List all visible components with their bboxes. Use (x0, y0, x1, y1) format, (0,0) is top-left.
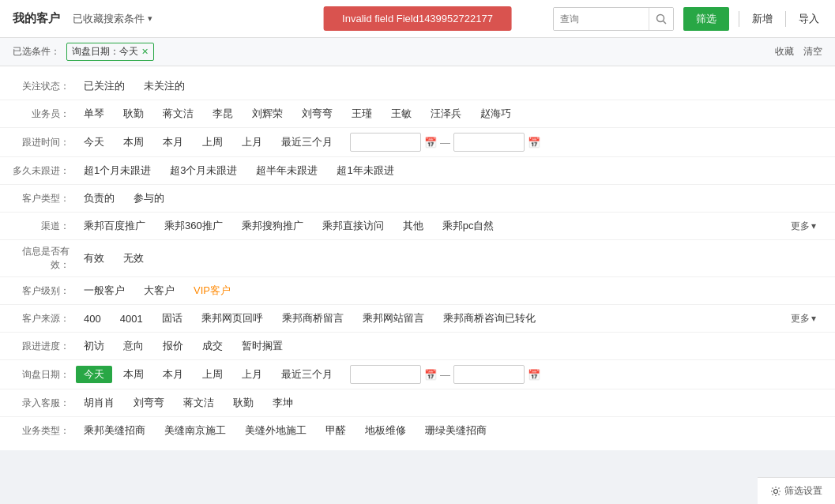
more-options-button[interactable]: 更多 ▾ (791, 220, 822, 233)
save-filter-btn[interactable]: 收藏 (775, 45, 794, 58)
option-item[interactable]: 蒋文洁 (155, 105, 201, 122)
option-item[interactable]: 乘邦360推广 (156, 217, 231, 235)
option-item[interactable]: 上月 (234, 134, 270, 151)
option-item[interactable]: 本月 (155, 366, 191, 383)
option-item[interactable]: 赵海巧 (472, 105, 519, 122)
option-item[interactable]: 刘弯弯 (126, 394, 172, 412)
option-item[interactable]: 王敏 (383, 105, 419, 122)
option-item[interactable]: 胡肖肖 (76, 394, 122, 412)
row-label: 跟进进度： (13, 340, 76, 353)
option-item[interactable]: 上周 (194, 134, 231, 151)
search-button[interactable] (649, 8, 673, 30)
option-item[interactable]: 单琴 (76, 105, 112, 122)
option-item[interactable]: 甲醛 (318, 422, 354, 439)
option-item[interactable]: 乘邦商桥留言 (274, 310, 352, 327)
row-options: 今天本周本月上周上月最近三个月📅—📅 (76, 365, 822, 384)
option-item[interactable]: 有效 (76, 250, 112, 267)
date-from-input[interactable] (350, 133, 421, 152)
filter-button[interactable]: 筛选 (683, 7, 729, 31)
import-button[interactable]: 导入 (796, 12, 822, 26)
option-item[interactable]: 报价 (155, 337, 191, 355)
option-item[interactable]: 最近三个月 (273, 366, 340, 383)
calendar-icon-end[interactable]: 📅 (528, 137, 540, 149)
option-item[interactable]: 参与的 (126, 190, 172, 207)
option-item[interactable]: 负责的 (76, 190, 122, 207)
option-item[interactable]: 固话 (154, 310, 190, 327)
date-from-input[interactable] (350, 365, 421, 384)
option-item[interactable]: 无效 (115, 250, 152, 267)
row-options: 胡肖肖刘弯弯蒋文洁耿勤李坤 (76, 394, 822, 412)
option-item[interactable]: 李昆 (205, 105, 241, 122)
option-item[interactable]: 本月 (155, 134, 191, 151)
date-to-input[interactable] (453, 365, 525, 384)
date-to-input[interactable] (453, 133, 525, 152)
more-options-button[interactable]: 更多 ▾ (791, 312, 822, 325)
calendar-icon[interactable]: 📅 (424, 369, 437, 381)
option-item[interactable]: 超1个月未跟进 (76, 162, 159, 179)
option-item[interactable]: 乘邦商桥咨询已转化 (435, 310, 544, 327)
option-item[interactable]: 已关注的 (76, 77, 133, 95)
calendar-icon-end[interactable]: 📅 (528, 369, 540, 381)
option-item[interactable]: 成交 (194, 337, 231, 355)
option-item[interactable]: 一般客户 (76, 282, 133, 299)
search-icon (656, 13, 667, 24)
option-item[interactable]: 上周 (194, 366, 231, 383)
add-button[interactable]: 新增 (749, 12, 776, 26)
option-item[interactable]: 耿勤 (225, 394, 261, 412)
chevron-down-icon: ▾ (148, 13, 152, 24)
option-item[interactable]: 超1年未跟进 (329, 162, 401, 179)
option-item[interactable]: 珊绿美缝招商 (417, 422, 495, 439)
option-item[interactable]: 王瑾 (344, 105, 380, 122)
search-input[interactable] (554, 8, 649, 30)
option-item[interactable]: 美缝外地施工 (237, 422, 314, 439)
option-item[interactable]: 上月 (234, 366, 270, 383)
option-item[interactable]: 地板维修 (357, 422, 414, 439)
option-item[interactable]: 暂时搁置 (234, 337, 291, 355)
option-item[interactable]: 本周 (115, 366, 152, 383)
option-item[interactable]: 其他 (395, 217, 431, 235)
option-item[interactable]: 意向 (115, 337, 152, 355)
option-item[interactable]: 乘邦百度推广 (76, 217, 153, 235)
divider (739, 11, 739, 27)
filter-row: 业务员：单琴耿勤蒋文洁李昆刘辉荣刘弯弯王瑾王敏汪泽兵赵海巧 (0, 100, 835, 128)
option-item[interactable]: 刘辉荣 (244, 105, 291, 122)
tag-text: 询盘日期：今天 (72, 45, 138, 58)
row-label: 关注状态： (13, 80, 76, 93)
row-label: 跟进时间： (13, 136, 76, 149)
option-item[interactable]: 今天 (76, 134, 112, 151)
option-item[interactable]: 未关注的 (136, 77, 193, 95)
option-item[interactable]: 400 (76, 311, 109, 326)
option-item[interactable]: 刘弯弯 (294, 105, 340, 122)
option-item[interactable]: 汪泽兵 (423, 105, 469, 122)
saved-search-dropdown[interactable]: 已收藏搜索条件 ▾ (73, 12, 152, 26)
option-item[interactable]: 本周 (115, 134, 152, 151)
option-item[interactable]: 耿勤 (115, 105, 152, 122)
option-item[interactable]: 乘邦直接访问 (314, 217, 392, 235)
option-item[interactable]: 4001 (112, 311, 151, 326)
close-icon[interactable]: ✕ (141, 47, 149, 57)
calendar-icon[interactable]: 📅 (424, 137, 437, 149)
clear-filter-btn[interactable]: 清空 (803, 45, 822, 58)
option-item[interactable]: 今天 (76, 366, 112, 383)
option-item[interactable]: 美缝南京施工 (156, 422, 234, 439)
active-filter-tag[interactable]: 询盘日期：今天 ✕ (66, 43, 154, 61)
row-options: 单琴耿勤蒋文洁李昆刘辉荣刘弯弯王瑾王敏汪泽兵赵海巧 (76, 105, 822, 122)
filter-row: 询盘日期：今天本周本月上周上月最近三个月📅—📅 (0, 360, 835, 389)
option-item[interactable]: 蒋文洁 (175, 394, 222, 412)
date-range-dash: — (440, 137, 450, 149)
footer-settings[interactable]: 筛选设置 (758, 477, 835, 504)
row-options: 初访意向报价成交暂时搁置 (76, 337, 822, 355)
option-item[interactable]: VIP客户 (186, 282, 239, 299)
row-label: 客户级别： (13, 284, 76, 298)
option-item[interactable]: 超半年未跟进 (248, 162, 325, 179)
option-item[interactable]: 李坤 (265, 394, 301, 412)
option-item[interactable]: 乘邦美缝招商 (76, 422, 153, 439)
option-item[interactable]: 大客户 (136, 282, 182, 299)
option-item[interactable]: 超3个月未跟进 (162, 162, 245, 179)
option-item[interactable]: 最近三个月 (273, 134, 340, 151)
option-item[interactable]: 初访 (76, 337, 112, 355)
option-item[interactable]: 乘邦搜狗推广 (234, 217, 311, 235)
option-item[interactable]: 乘邦pc自然 (434, 217, 502, 235)
option-item[interactable]: 乘邦网站留言 (355, 310, 432, 327)
option-item[interactable]: 乘邦网页回呼 (194, 310, 271, 327)
